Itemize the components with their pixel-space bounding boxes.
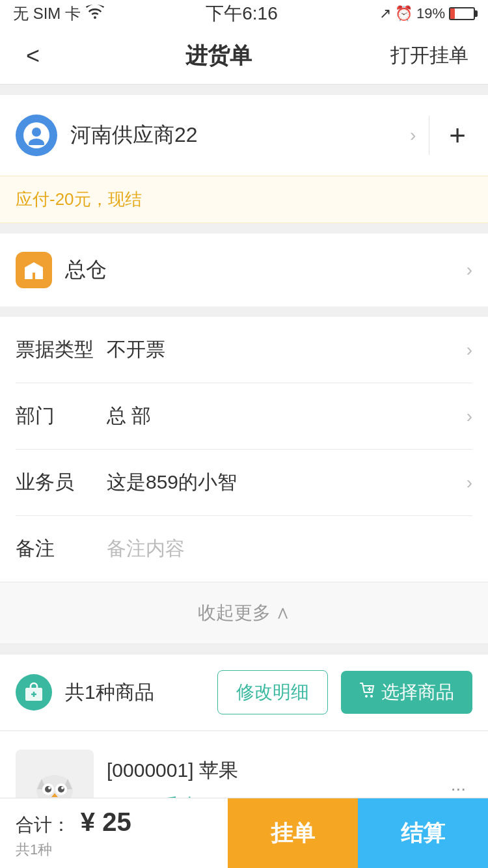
- status-right: ↗ ⏰ 19%: [379, 5, 475, 22]
- supplier-name: 河南供应商22: [70, 121, 410, 150]
- supplier-row[interactable]: 河南供应商22 ›: [16, 95, 416, 176]
- products-count: 共1种商品: [65, 679, 204, 706]
- avatar-inner: [23, 122, 49, 148]
- warehouse-name: 总仓: [65, 256, 467, 284]
- notice-banner: 应付-20元，现结: [0, 176, 488, 223]
- department-row[interactable]: 部门 总 部 ›: [0, 383, 488, 449]
- supplier-divider: [429, 116, 429, 155]
- supplier-section: 河南供应商22 › +: [0, 95, 488, 176]
- svg-point-15: [58, 786, 64, 793]
- cart-icon: [359, 682, 376, 703]
- alarm-icon: ⏰: [395, 5, 413, 22]
- svg-point-16: [48, 787, 51, 789]
- salesperson-value: 这是859的小智: [107, 469, 467, 496]
- warehouse-chevron-icon: ›: [467, 260, 472, 280]
- svg-point-5: [365, 695, 368, 698]
- select-product-label: 选择商品: [381, 680, 454, 705]
- invoice-type-value: 不开票: [107, 336, 467, 363]
- remark-input[interactable]: 备注内容: [107, 536, 472, 562]
- supplier-chevron-icon: ›: [410, 125, 416, 146]
- carrier-text: 无 SIM 卡: [13, 3, 81, 24]
- total-label: 合计：: [16, 815, 70, 835]
- total-amount: ¥ 25: [81, 807, 131, 836]
- department-label: 部门: [16, 403, 107, 429]
- divider-3: [0, 306, 488, 317]
- status-bar: 无 SIM 卡 下午6:16 ↗ ⏰ 19%: [0, 0, 488, 27]
- total-count: 共1种: [16, 840, 212, 860]
- remark-row[interactable]: 备注 备注内容: [0, 516, 488, 582]
- hang-order-button[interactable]: 挂单: [228, 798, 358, 869]
- department-chevron-icon: ›: [467, 406, 472, 427]
- settle-button[interactable]: 结算: [358, 798, 488, 869]
- edit-details-button[interactable]: 修改明细: [217, 670, 328, 714]
- svg-point-0: [32, 128, 41, 137]
- divider-1: [0, 85, 488, 95]
- open-hang-button[interactable]: 打开挂单: [390, 42, 468, 69]
- warehouse-row[interactable]: 总仓 ›: [0, 234, 488, 306]
- svg-point-14: [45, 786, 51, 793]
- nav-bar: < 进货单 打开挂单: [0, 27, 488, 85]
- add-supplier-button[interactable]: +: [442, 113, 472, 158]
- location-icon: ↗: [379, 5, 391, 22]
- back-button[interactable]: <: [20, 36, 46, 76]
- status-time: 下午6:16: [206, 1, 278, 26]
- invoice-type-row[interactable]: 票据类型 不开票 ›: [0, 317, 488, 383]
- svg-point-6: [370, 695, 373, 698]
- product-name: [0000001] 苹果: [107, 757, 431, 784]
- products-header: 共1种商品 修改明细 选择商品: [0, 655, 488, 730]
- select-product-button[interactable]: 选择商品: [341, 671, 472, 714]
- svg-point-17: [61, 787, 64, 789]
- department-value: 总 部: [107, 403, 467, 429]
- status-left: 无 SIM 卡: [13, 3, 104, 24]
- products-icon: [16, 674, 52, 711]
- divider-2: [0, 223, 488, 234]
- form-section: 票据类型 不开票 › 部门 总 部 › 业务员 这是859的小智 › 备注 备注…: [0, 317, 488, 582]
- salesperson-row[interactable]: 业务员 这是859的小智 ›: [0, 450, 488, 515]
- supplier-avatar: [16, 115, 57, 156]
- invoice-type-label: 票据类型: [16, 336, 107, 363]
- total-section: 合计： ¥ 25 共1种: [0, 807, 228, 860]
- remark-label: 备注: [16, 536, 107, 562]
- invoice-type-chevron-icon: ›: [467, 340, 472, 360]
- wifi-icon: [86, 5, 104, 23]
- salesperson-label: 业务员: [16, 469, 107, 496]
- battery-percent: 19%: [416, 5, 445, 22]
- collapse-button[interactable]: 收起更多 ∧: [0, 582, 488, 644]
- salesperson-chevron-icon: ›: [467, 472, 472, 493]
- battery-icon: [449, 7, 475, 20]
- page-title: 进货单: [185, 41, 252, 71]
- bottom-bar: 合计： ¥ 25 共1种 挂单 结算: [0, 798, 488, 868]
- warehouse-icon: [16, 252, 52, 288]
- svg-point-1: [29, 139, 44, 145]
